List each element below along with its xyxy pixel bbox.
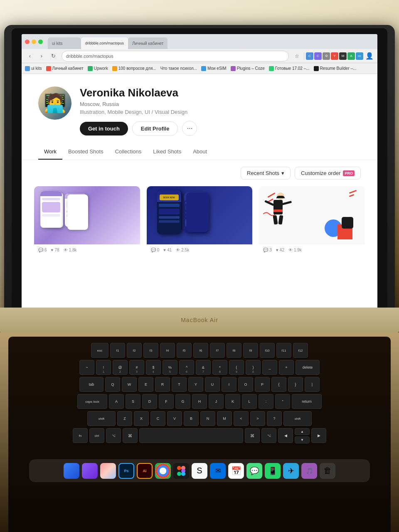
dock-photos[interactable] [100, 463, 116, 479]
key-semicolon[interactable]: : [259, 394, 273, 409]
get-in-touch-button[interactable]: Get in touch [80, 122, 128, 135]
dock-sketch[interactable]: S [192, 463, 207, 479]
key-w[interactable]: W [122, 377, 137, 392]
recent-shots-button[interactable]: Recent Shots ▾ [241, 167, 291, 180]
ext-3[interactable]: ⚙ [323, 52, 330, 60]
key-a[interactable]: A [109, 394, 124, 409]
forward-button[interactable]: › [37, 51, 47, 61]
maximize-button[interactable] [38, 39, 43, 44]
shot-card-2[interactable]: BOOK NOW [147, 186, 253, 256]
key-j[interactable]: J [209, 394, 224, 409]
key-n[interactable]: N [200, 411, 215, 426]
key-lbracket[interactable]: { [271, 377, 286, 392]
dock-messages[interactable]: 💬 [246, 463, 262, 479]
key-k[interactable]: K [225, 394, 240, 409]
dock-telegram[interactable]: ✈ [283, 463, 299, 479]
key-8[interactable]: *8 [212, 360, 227, 375]
shot-card-3[interactable]: 💬 3 ♥ 42 👁 1.9k [259, 186, 365, 256]
key-i[interactable]: I [222, 377, 236, 392]
key-f5[interactable]: f5 [177, 343, 192, 358]
bookmark-6[interactable]: Мои eSIM [201, 66, 227, 71]
key-4[interactable]: $4 [146, 360, 161, 375]
key-1[interactable]: !1 [96, 360, 111, 375]
key-f3[interactable]: f3 [143, 343, 158, 358]
key-quote[interactable]: " [275, 394, 290, 409]
key-left-arrow[interactable]: ◀ [278, 428, 293, 443]
key-g[interactable]: G [175, 394, 190, 409]
customize-order-button[interactable]: Customize order PRO [295, 167, 361, 180]
more-options-button[interactable]: ··· [182, 121, 197, 136]
dock-whatsapp[interactable]: 📱 [265, 463, 281, 479]
bookmark-9[interactable]: Resume Builder –... [314, 66, 357, 71]
star-icon[interactable]: ☆ [292, 52, 301, 61]
key-tab[interactable]: tab [79, 377, 103, 392]
bookmark-1[interactable]: ui kits [25, 66, 42, 71]
key-x[interactable]: X [134, 411, 149, 426]
dock-launchpad[interactable] [82, 463, 98, 479]
key-m[interactable]: M [217, 411, 232, 426]
tab-1[interactable]: ui kits [48, 37, 81, 49]
dock-finder[interactable] [64, 463, 79, 479]
dock-mail[interactable]: ✉ [210, 463, 226, 479]
key-t[interactable]: T [172, 377, 187, 392]
ext-5[interactable]: M [339, 52, 347, 60]
key-rbracket[interactable]: } [288, 377, 303, 392]
key-fn[interactable]: fn [73, 428, 88, 443]
key-z[interactable]: Z [117, 411, 132, 426]
bookmark-3[interactable]: Upwork [88, 66, 108, 71]
shot-card-1[interactable]: 💬 6 ♥ 78 👁 1.8k [34, 186, 140, 256]
key-5[interactable]: %5 [163, 360, 177, 375]
key-f7[interactable]: f7 [210, 343, 225, 358]
key-h[interactable]: H [192, 394, 207, 409]
profile-icon[interactable]: 👤 [365, 52, 374, 61]
key-d[interactable]: D [142, 394, 157, 409]
bookmark-5[interactable]: Что такое психол... [160, 66, 197, 71]
dock-calendar[interactable]: 📅 [228, 463, 244, 479]
key-3[interactable]: #3 [129, 360, 144, 375]
key-slash[interactable]: ? [267, 411, 282, 426]
address-bar[interactable]: dribbble.com/mactopus [62, 51, 289, 62]
key-space[interactable] [139, 428, 243, 443]
dock-chrome[interactable] [155, 463, 171, 479]
key-v[interactable]: V [167, 411, 182, 426]
edit-profile-button[interactable]: Edit Profile [132, 121, 178, 136]
key-option-right[interactable]: ⌥ [261, 428, 276, 443]
tab-boosted-shots[interactable]: Boosted Shots [62, 144, 109, 160]
key-f8[interactable]: f8 [227, 343, 241, 358]
dock-figma[interactable] [173, 463, 189, 479]
bookmark-2[interactable]: Личный кабинет [46, 66, 84, 71]
dock-ps[interactable]: Ps [118, 463, 134, 479]
key-caps[interactable]: caps lock [77, 394, 107, 409]
key-cmd-right[interactable]: ⌘ [245, 428, 260, 443]
key-backtick[interactable]: ~ [79, 360, 94, 375]
key-down-arrow[interactable]: ▼ [295, 436, 310, 443]
bookmark-8[interactable]: Готовые 17.02 –... [269, 66, 310, 71]
key-y[interactable]: Y [188, 377, 203, 392]
reload-button[interactable]: ↻ [48, 51, 58, 61]
bookmark-7[interactable]: Plugins – Coze [231, 66, 265, 71]
tab-active[interactable]: dribbble.com/mactopus [81, 37, 128, 49]
key-right-arrow[interactable]: ▶ [311, 428, 326, 443]
key-delete[interactable]: delete [296, 360, 320, 375]
tab-work[interactable]: Work [38, 144, 62, 160]
key-backslash[interactable]: | [305, 377, 320, 392]
dock-ai[interactable]: Ai [137, 463, 153, 479]
tab-about[interactable]: About [187, 144, 213, 160]
key-cmd-left[interactable]: ⌘ [123, 428, 138, 443]
back-button[interactable]: ‹ [25, 51, 35, 61]
key-rshift[interactable]: shift [283, 411, 312, 426]
key-0[interactable]: )0 [246, 360, 261, 375]
key-p[interactable]: P [255, 377, 270, 392]
key-up-arrow[interactable]: ▲ [295, 428, 310, 435]
minimize-button[interactable] [32, 39, 36, 44]
tab-2[interactable]: Личный кабинет [128, 37, 167, 49]
key-comma[interactable]: < [234, 411, 249, 426]
key-2[interactable]: @2 [113, 360, 128, 375]
key-f11[interactable]: f11 [276, 343, 291, 358]
key-b[interactable]: B [184, 411, 199, 426]
key-s[interactable]: S [126, 394, 140, 409]
key-9[interactable]: (9 [229, 360, 244, 375]
key-equals[interactable]: + [279, 360, 294, 375]
key-u[interactable]: U [205, 377, 220, 392]
close-button[interactable] [25, 39, 30, 44]
